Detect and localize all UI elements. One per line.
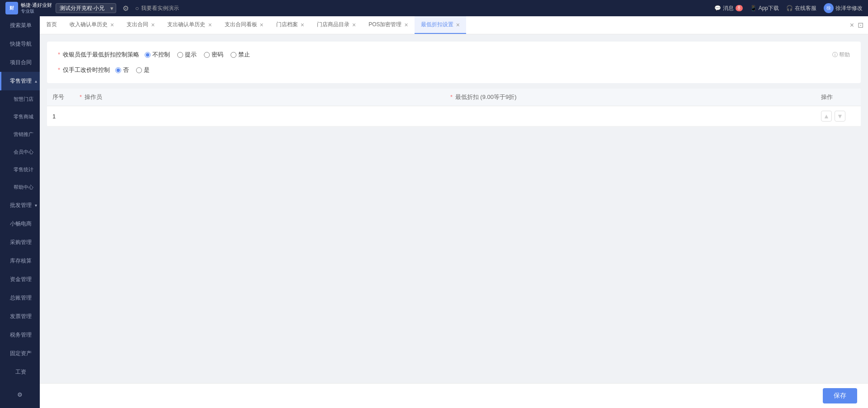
- sidebar-item-inventory[interactable]: 库存核算: [0, 252, 40, 270]
- tab-home[interactable]: 首页: [40, 16, 63, 34]
- message-btn[interactable]: 💬 消息 8: [714, 5, 743, 12]
- th-ops: 操作: [816, 89, 861, 106]
- tab-close-payment-contract[interactable]: ×: [151, 22, 155, 28]
- tab-income-history[interactable]: 收入确认单历史 ×: [63, 16, 120, 34]
- sidebar-item-invoice[interactable]: 发票管理: [0, 307, 40, 326]
- sidebar-item-smart-store[interactable]: 智慧门店: [0, 90, 40, 108]
- th-seq: 序号: [47, 89, 74, 106]
- radio-forbid[interactable]: 禁止: [231, 51, 250, 59]
- sidebar-item-ecommerce[interactable]: 小畅电商: [0, 215, 40, 233]
- sidebar-item-search[interactable]: 搜索菜单: [0, 16, 40, 35]
- radio-no-input[interactable]: [115, 67, 121, 73]
- tab-pos-password[interactable]: POS加密管理 ×: [362, 16, 415, 34]
- top-bar-left: 财 畅捷·通好业财 专业版 测试分开克程·小兄 ⚙ 我要看实例演示: [5, 2, 179, 14]
- sidebar-item-fixed-assets[interactable]: 固定资产: [0, 344, 40, 363]
- project-selector-wrap[interactable]: 测试分开克程·小兄: [56, 3, 116, 13]
- tab-store-file[interactable]: 门店档案 ×: [270, 16, 311, 34]
- sidebar-gear-btn[interactable]: ⚙: [0, 387, 40, 403]
- sidebar-item-ledger[interactable]: 总账管理: [0, 289, 40, 307]
- move-down-btn[interactable]: ▼: [835, 111, 845, 122]
- radio-tip[interactable]: 提示: [177, 51, 197, 59]
- user-menu-btn[interactable]: 徐 徐泽华修改: [824, 3, 863, 13]
- sidebar-item-wholesale[interactable]: 批发管理: [0, 196, 40, 215]
- control-strategy-radio-group: 不控制 提示 密码 禁止: [145, 51, 250, 59]
- app-download-btn[interactable]: 📱 App下载: [750, 5, 779, 12]
- tab-close-all-btn[interactable]: ×: [850, 21, 854, 29]
- demo-link[interactable]: 我要看实例演示: [135, 5, 179, 12]
- help-icon: ⓘ: [832, 51, 838, 59]
- radio-password[interactable]: 密码: [204, 51, 223, 59]
- th-min-discount: * 最低折扣 (9.00等于9折): [445, 89, 816, 106]
- tab-close-min-discount[interactable]: ×: [456, 22, 460, 28]
- tab-maximize-btn[interactable]: ⊡: [858, 21, 863, 29]
- tab-payment-board[interactable]: 支出合同看板 ×: [218, 16, 270, 34]
- sidebar-item-purchase[interactable]: 采购管理: [0, 233, 40, 252]
- main-layout: 搜索菜单 快捷导航 项目合同 零售管理 智慧门店 零售商城 营销推广 会员中心 …: [0, 16, 868, 408]
- tab-payment-history[interactable]: 支出确认单历史 ×: [161, 16, 218, 34]
- discount-table: 序号 * 操作员 * 最低折扣 (9.00等于9折) 操作: [47, 89, 861, 127]
- tab-close-store-products[interactable]: ×: [352, 22, 356, 28]
- radio-yes-input[interactable]: [136, 67, 142, 73]
- sidebar-item-member[interactable]: 会员中心: [0, 143, 40, 161]
- control-strategy-row: * 收银员低于最低折扣控制策略 不控制 提示: [58, 51, 850, 59]
- tab-min-discount[interactable]: 最低折扣设置 ×: [415, 16, 466, 34]
- sidebar-item-marketing[interactable]: 营销推广: [0, 126, 40, 143]
- table-head: 序号 * 操作员 * 最低折扣 (9.00等于9折) 操作: [47, 89, 861, 106]
- table-header-row: 序号 * 操作员 * 最低折扣 (9.00等于9折) 操作: [47, 89, 861, 106]
- cell-seq: 1: [47, 106, 74, 127]
- help-btn[interactable]: ⓘ 帮助: [832, 51, 850, 59]
- avatar: 徐: [824, 3, 834, 13]
- cell-min-discount[interactable]: [445, 106, 816, 127]
- headset-icon: 🎧: [786, 5, 793, 11]
- logo-icon: 财: [5, 2, 18, 14]
- bottom-bar: 保存: [40, 383, 868, 408]
- sidebar-item-help[interactable]: 帮助中心: [0, 178, 40, 196]
- required-star-1: *: [58, 51, 60, 58]
- settings-icon-btn[interactable]: ⚙: [120, 3, 132, 14]
- sidebar-item-retail-mall[interactable]: 零售商城: [0, 108, 40, 126]
- discount-table-wrap: 序号 * 操作员 * 最低折扣 (9.00等于9折) 操作: [47, 89, 861, 127]
- logo-area: 财 畅捷·通好业财 专业版: [5, 2, 52, 14]
- manual-control-row: * 仅手工改价时控制 否 是: [58, 66, 850, 74]
- radio-none[interactable]: 不控制: [145, 51, 170, 59]
- save-button[interactable]: 保存: [823, 388, 857, 403]
- tab-store-products[interactable]: 门店商品目录 ×: [311, 16, 362, 34]
- project-selector[interactable]: 测试分开克程·小兄: [56, 3, 116, 13]
- settings-form-card: * 收银员低于最低折扣控制策略 不控制 提示: [47, 42, 861, 83]
- sidebar-item-shortcut[interactable]: 快捷导航: [0, 35, 40, 53]
- cell-operator[interactable]: [74, 106, 445, 127]
- move-up-btn[interactable]: ▲: [821, 111, 832, 122]
- tab-close-pos-password[interactable]: ×: [404, 22, 408, 28]
- radio-none-input[interactable]: [145, 52, 151, 58]
- operator-input[interactable]: [80, 113, 439, 120]
- sidebar-item-retail-stat[interactable]: 零售统计: [0, 161, 40, 178]
- table-body: 1 ▲ ▼: [47, 106, 861, 127]
- sidebar-item-funds[interactable]: 资金管理: [0, 270, 40, 289]
- message-badge: 8: [736, 5, 743, 11]
- top-bar: 财 畅捷·通好业财 专业版 测试分开克程·小兄 ⚙ 我要看实例演示 💬 消息 8…: [0, 0, 868, 16]
- tab-bar-end: × ⊡: [845, 21, 868, 29]
- tab-close-income-history[interactable]: ×: [110, 22, 114, 28]
- sidebar: 搜索菜单 快捷导航 项目合同 零售管理 智慧门店 零售商城 营销推广 会员中心 …: [0, 16, 40, 408]
- table-row: 1 ▲ ▼: [47, 106, 861, 127]
- radio-password-input[interactable]: [204, 52, 210, 58]
- sidebar-item-retail[interactable]: 零售管理: [0, 72, 40, 90]
- page-content: * 收银员低于最低折扣控制策略 不控制 提示: [40, 34, 868, 383]
- tab-close-payment-history[interactable]: ×: [208, 22, 212, 28]
- tab-close-store-file[interactable]: ×: [301, 22, 304, 28]
- min-discount-input[interactable]: [450, 113, 810, 120]
- customer-service-btn[interactable]: 🎧 在线客服: [786, 5, 816, 12]
- radio-forbid-input[interactable]: [231, 52, 236, 58]
- tab-payment-contract[interactable]: 支出合同 ×: [120, 16, 161, 34]
- manual-control-label: * 仅手工改价时控制: [58, 66, 110, 74]
- radio-yes[interactable]: 是: [136, 66, 150, 74]
- tab-close-payment-board[interactable]: ×: [260, 22, 264, 28]
- message-icon: 💬: [714, 5, 721, 11]
- sidebar-item-tax[interactable]: 税务管理: [0, 326, 40, 344]
- tab-bar: 首页 收入确认单历史 × 支出合同 × 支出确认单历史 × 支出合同看板 × 门…: [40, 16, 868, 34]
- radio-no[interactable]: 否: [115, 66, 129, 74]
- sidebar-item-project[interactable]: 项目合同: [0, 53, 40, 72]
- radio-tip-input[interactable]: [177, 52, 183, 58]
- sidebar-bottom: ⚙: [0, 381, 40, 408]
- sidebar-item-salary[interactable]: 工资: [0, 363, 40, 381]
